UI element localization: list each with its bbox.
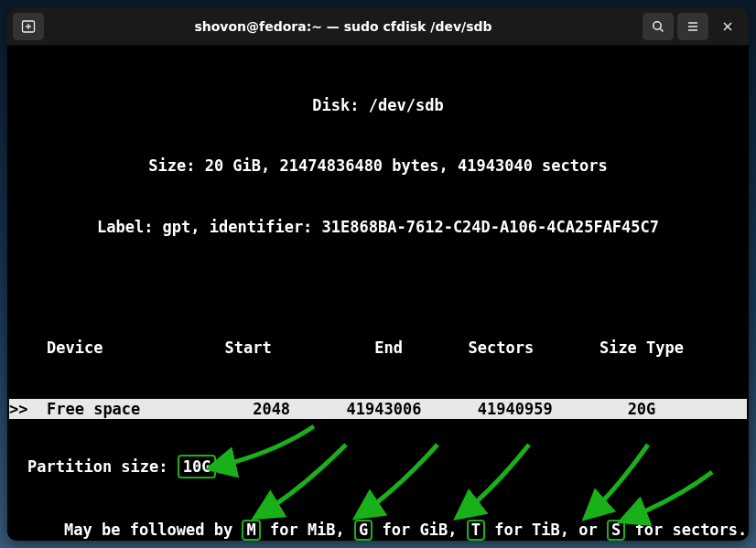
close-icon (720, 19, 735, 34)
key-t: T (467, 520, 485, 541)
key-g: G (354, 520, 373, 541)
close-button[interactable] (712, 13, 743, 40)
terminal-window: shovon@fedora:~ — sudo cfdisk /dev/sdb (7, 7, 749, 541)
footer-hint: May be followed by M for MiB, G for GiB,… (7, 520, 749, 541)
label-line: Label: gpt, identifier: 31E868BA-7612-C2… (9, 217, 747, 237)
search-button[interactable] (643, 13, 674, 40)
hamburger-icon (686, 19, 700, 34)
size-line: Size: 20 GiB, 21474836480 bytes, 4194304… (9, 156, 747, 176)
window-title: shovon@fedora:~ — sudo cfdisk /dev/sdb (194, 19, 491, 34)
menu-button[interactable] (677, 13, 708, 40)
table-row[interactable]: >> Free space 2048 41943006 41940959 20G (9, 399, 747, 419)
svg-point-3 (653, 21, 661, 28)
svg-line-4 (660, 28, 663, 31)
table-header-row: Device Start End Sectors Size Type (9, 338, 747, 358)
titlebar: shovon@fedora:~ — sudo cfdisk /dev/sdb (7, 7, 749, 46)
terminal-content[interactable]: Disk: /dev/sdb Size: 20 GiB, 21474836480… (7, 46, 749, 468)
search-icon (651, 19, 665, 34)
new-tab-button[interactable] (13, 13, 44, 40)
key-m: M (242, 520, 260, 541)
partition-size-input[interactable]: 10G (178, 455, 217, 478)
footer: Partition size: 10G May be followed by M… (7, 455, 749, 541)
disk-line: Disk: /dev/sdb (9, 95, 747, 115)
blank-line (9, 277, 747, 297)
key-s: S (607, 520, 625, 541)
partition-size-prompt: Partition size: 10G (7, 455, 749, 478)
terminal-plus-icon (21, 19, 36, 34)
